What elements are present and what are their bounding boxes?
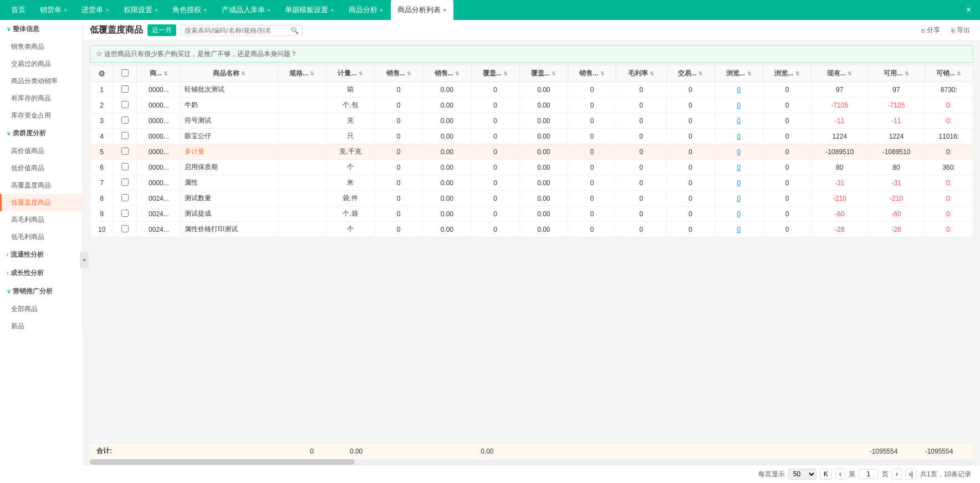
select-all-checkbox[interactable] <box>121 69 129 77</box>
nav-template-settings[interactable]: 单据模板设置 × <box>278 0 340 20</box>
cell-browse1[interactable]: 0 <box>714 175 763 191</box>
cell-browse1[interactable]: 0 <box>714 144 763 160</box>
next-page-btn[interactable]: › <box>892 469 902 480</box>
cell-checkbox[interactable] <box>114 144 137 160</box>
sidebar-item-high-coverage[interactable]: 高覆盖度商品 <box>0 177 83 194</box>
sidebar-group-growth[interactable]: › 成长性分析 <box>0 264 83 282</box>
sidebar-item-high-value[interactable]: 高价值商品 <box>0 143 83 160</box>
sidebar-item-inventory-capital[interactable]: 库存资金占用 <box>0 107 83 124</box>
nav-product-analysis-close[interactable]: × <box>380 7 383 13</box>
sidebar-group-cluster[interactable]: ∨ 类群度分析 <box>0 124 83 143</box>
first-page-btn[interactable]: K <box>820 469 832 480</box>
cell-browse1[interactable]: 0 <box>714 98 763 113</box>
search-input[interactable] <box>185 27 290 34</box>
nav-template-settings-close[interactable]: × <box>330 7 334 13</box>
nav-finished-goods-close[interactable]: × <box>267 7 270 13</box>
sidebar-item-low-coverage[interactable]: 低覆盖度商品 <box>0 194 83 211</box>
sort-icon-available[interactable]: ⇅ <box>905 71 909 77</box>
prev-page-btn[interactable]: ‹ <box>835 469 845 480</box>
cell-checkbox[interactable] <box>114 175 137 191</box>
cell-browse1[interactable]: 0 <box>714 129 763 144</box>
sort-icon-sales-qty[interactable]: ⇅ <box>407 71 411 77</box>
nav-sales-close[interactable]: × <box>64 7 67 13</box>
cell-checkbox[interactable] <box>114 160 137 175</box>
nav-purchase-close[interactable]: × <box>105 7 109 13</box>
nav-roles-close[interactable]: × <box>203 7 207 13</box>
nav-home[interactable]: 首页 <box>4 0 32 20</box>
expand-arrow-liquidity: › <box>7 252 8 258</box>
settings-icon[interactable]: ⚙ <box>98 69 105 78</box>
last-page-btn[interactable]: ›| <box>905 469 917 480</box>
sidebar-item-low-margin[interactable]: 低毛利商品 <box>0 228 83 246</box>
window-close-btn[interactable]: × <box>962 5 976 15</box>
cell-checkbox[interactable] <box>114 222 137 237</box>
sort-icon-name[interactable]: ⇅ <box>241 71 246 77</box>
cell-browse1[interactable]: 0 <box>714 82 763 98</box>
sort-icon-trade[interactable]: ⇅ <box>698 71 703 77</box>
cell-checkbox[interactable] <box>114 206 137 222</box>
cell-browse2: 0 <box>763 98 811 113</box>
cell-spec <box>278 206 326 222</box>
nav-product-analysis-list-close[interactable]: × <box>443 7 446 13</box>
cell-browse1[interactable]: 0 <box>714 222 763 237</box>
table-container[interactable]: ⚙ 商... ⇅ 商品名称 ⇅ 规格... ⇅ 计量... ⇅ 销售... ⇅ … <box>90 65 973 443</box>
nav-purchase[interactable]: 进货单 × <box>75 0 115 20</box>
page-input[interactable] <box>859 469 879 479</box>
sidebar-group-marketing[interactable]: ∨ 营销推广分析 <box>0 282 83 301</box>
sidebar-item-sales-products[interactable]: 销售类商品 <box>0 38 83 55</box>
sort-icon-browse1[interactable]: ⇅ <box>747 71 752 77</box>
sidebar-item-all-products[interactable]: 全部商品 <box>0 301 83 318</box>
cell-code: 0024... <box>137 191 181 206</box>
share-btn[interactable]: ⎋ 分享 <box>918 24 943 36</box>
nav-permissions[interactable]: 权限设置 × <box>117 0 165 20</box>
sidebar-collapse-btn[interactable]: « <box>80 252 89 268</box>
cell-checkbox[interactable] <box>114 98 137 113</box>
cell-checkbox[interactable] <box>114 129 137 144</box>
export-btn[interactable]: ⎗ 导出 <box>948 24 973 36</box>
cell-cov2: 0.00 <box>519 206 568 222</box>
sort-icon-cov2[interactable]: ⇅ <box>552 71 556 77</box>
sort-icon-cov1[interactable]: ⇅ <box>503 71 508 77</box>
page-size-select[interactable]: 50 100 200 <box>788 469 816 480</box>
cell-current: -7105 <box>811 98 868 113</box>
sort-icon-gross[interactable]: ⇅ <box>650 71 654 77</box>
scrollbar-thumb[interactable] <box>90 459 355 465</box>
sidebar-item-new-products[interactable]: 新品 <box>0 318 83 335</box>
col-checkbox[interactable] <box>114 65 137 82</box>
period-button[interactable]: 近一月 <box>147 24 176 36</box>
nav-sales[interactable]: 销货单 × <box>33 0 74 20</box>
sidebar-item-traded-products[interactable]: 交易过的商品 <box>0 55 83 73</box>
sidebar-item-low-value[interactable]: 低价值商品 <box>0 160 83 177</box>
cell-browse1[interactable]: 0 <box>714 113 763 129</box>
nav-finished-goods[interactable]: 产成品入库单 × <box>215 0 277 20</box>
cell-checkbox[interactable] <box>114 113 137 129</box>
sidebar-item-stocked-products[interactable]: 有库存的商品 <box>0 90 83 107</box>
cell-browse1[interactable]: 0 <box>714 206 763 222</box>
nav-permissions-close[interactable]: × <box>155 7 158 13</box>
cell-browse1[interactable]: 0 <box>714 160 763 175</box>
nav-product-analysis[interactable]: 商品分析 × <box>342 0 390 20</box>
cell-checkbox[interactable] <box>114 191 137 206</box>
nav-product-analysis-list[interactable]: 商品分析列表 × <box>391 0 453 20</box>
sidebar-item-category-turnover[interactable]: 商品分类动销率 <box>0 73 83 90</box>
cell-sellable: 0: <box>925 206 973 222</box>
col-settings[interactable]: ⚙ <box>90 65 114 82</box>
cell-sales3: 0 <box>568 191 616 206</box>
sidebar: ∨ 整体信息 销售类商品 交易过的商品 商品分类动销率 有库存的商品 库存资金占… <box>0 20 83 335</box>
sort-icon-spec[interactable]: ⇅ <box>310 71 314 77</box>
sort-icon-unit[interactable]: ⇅ <box>359 71 363 77</box>
sidebar-group-liquidity[interactable]: › 流通性分析 <box>0 246 83 264</box>
sidebar-group-overall[interactable]: ∨ 整体信息 <box>0 20 83 38</box>
sort-icon-sales3[interactable]: ⇅ <box>600 71 605 77</box>
sort-icon-current[interactable]: ⇅ <box>848 71 852 77</box>
sort-icon-sales-amt[interactable]: ⇅ <box>455 71 460 77</box>
cell-checkbox[interactable] <box>114 82 137 98</box>
horizontal-scrollbar[interactable] <box>90 459 973 465</box>
sidebar-item-high-margin[interactable]: 高毛利商品 <box>0 211 83 228</box>
cell-browse1[interactable]: 0 <box>714 191 763 206</box>
sort-icon-code[interactable]: ⇅ <box>164 71 168 77</box>
nav-roles[interactable]: 角色授权 × <box>166 0 213 20</box>
sort-icon-sellable[interactable]: ⇅ <box>957 71 961 77</box>
sort-icon-browse2[interactable]: ⇅ <box>795 71 800 77</box>
products-table: ⚙ 商... ⇅ 商品名称 ⇅ 规格... ⇅ 计量... ⇅ 销售... ⇅ … <box>90 65 973 237</box>
